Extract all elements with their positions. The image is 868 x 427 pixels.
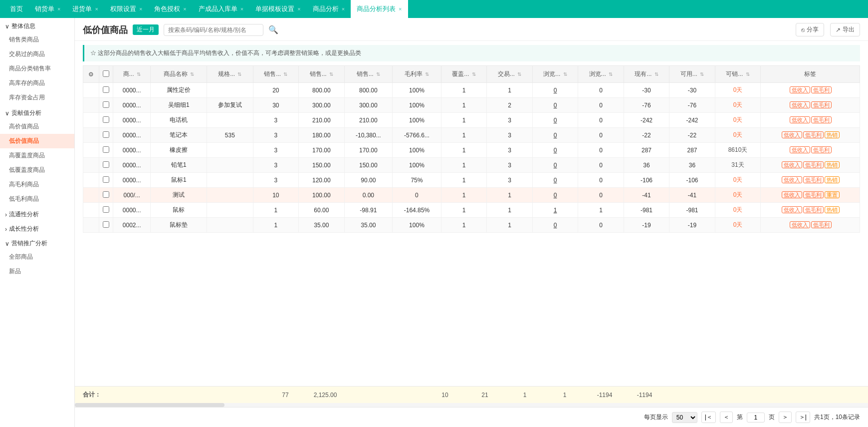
views-link[interactable]: 0 bbox=[554, 102, 557, 109]
close-icon[interactable]: × bbox=[240, 6, 243, 12]
row-check[interactable] bbox=[99, 113, 113, 128]
sidebar-item-all-products[interactable]: 全部商品 bbox=[0, 250, 74, 264]
row-views1[interactable]: 0 bbox=[532, 188, 578, 203]
nav-home[interactable]: 首页 bbox=[4, 0, 29, 18]
sidebar-group-contribution[interactable]: ∨ 贡献值分析 bbox=[0, 105, 74, 119]
col-stock[interactable]: 现有... ⇅ bbox=[624, 66, 669, 83]
row-check[interactable] bbox=[99, 83, 113, 98]
nav-sales-order[interactable]: 销货单 × bbox=[29, 0, 66, 18]
sidebar-item-high-gross[interactable]: 高毛利商品 bbox=[0, 177, 74, 192]
sidebar-item-high-coverage[interactable]: 高覆盖度商品 bbox=[0, 148, 74, 163]
close-icon[interactable]: × bbox=[342, 6, 345, 12]
row-views1[interactable]: 0 bbox=[532, 98, 578, 113]
col-settings[interactable]: ⚙ bbox=[83, 66, 99, 83]
next-page-btn[interactable]: ＞ bbox=[779, 412, 792, 423]
row-check[interactable] bbox=[99, 218, 113, 233]
close-icon[interactable]: × bbox=[183, 6, 186, 12]
search-input[interactable] bbox=[164, 24, 263, 36]
time-range-tag[interactable]: 近一月 bbox=[133, 24, 159, 35]
row-checkbox[interactable] bbox=[103, 206, 109, 213]
sidebar-item-sales-products[interactable]: 销售类商品 bbox=[0, 32, 74, 47]
views-link[interactable]: 1 bbox=[554, 207, 557, 214]
first-page-btn[interactable]: |＜ bbox=[701, 412, 716, 423]
select-all-checkbox[interactable] bbox=[103, 70, 109, 77]
share-button[interactable]: ⎋ 分享 bbox=[796, 23, 824, 36]
sidebar-group-flow[interactable]: › 流通性分析 bbox=[0, 206, 74, 221]
prev-page-btn[interactable]: ＜ bbox=[720, 412, 733, 423]
row-views1[interactable]: 0 bbox=[532, 158, 578, 173]
views-link[interactable]: 0 bbox=[554, 162, 557, 169]
col-sales-qty[interactable]: 销售... ⇅ bbox=[253, 66, 299, 83]
sidebar-group-growth[interactable]: › 成长性分析 bbox=[0, 221, 74, 235]
col-views1[interactable]: 浏览... ⇅ bbox=[532, 66, 578, 83]
page-size-select[interactable]: 50 100 200 bbox=[672, 412, 697, 423]
row-checkbox[interactable] bbox=[103, 161, 109, 168]
sidebar-item-low-coverage[interactable]: 低覆盖度商品 bbox=[0, 163, 74, 177]
export-button[interactable]: ↗ 导出 bbox=[830, 23, 860, 36]
sidebar-item-stock-capital[interactable]: 库存资金占用 bbox=[0, 90, 74, 105]
row-check[interactable] bbox=[99, 173, 113, 188]
views-link[interactable]: 0 bbox=[554, 132, 557, 139]
row-views1[interactable]: 0 bbox=[532, 143, 578, 158]
row-check[interactable] bbox=[99, 188, 113, 203]
views-link[interactable]: 0 bbox=[554, 222, 557, 229]
col-sellable[interactable]: 可销... ⇅ bbox=[715, 66, 761, 83]
sidebar-item-category-rate[interactable]: 商品分类销售率 bbox=[0, 61, 74, 76]
col-sales-avg[interactable]: 销售... ⇅ bbox=[344, 66, 393, 83]
close-icon[interactable]: × bbox=[139, 6, 142, 12]
views-link[interactable]: 0 bbox=[554, 117, 557, 124]
col-code[interactable]: 商... ⇅ bbox=[113, 66, 151, 83]
col-name[interactable]: 商品名称 ⇅ bbox=[151, 66, 207, 83]
row-views1[interactable]: 0 bbox=[532, 218, 578, 233]
col-available[interactable]: 可用... ⇅ bbox=[669, 66, 715, 83]
nav-product-analysis-list[interactable]: 商品分析列表 × bbox=[351, 0, 408, 18]
nav-product-in[interactable]: 产成品入库单 × bbox=[193, 0, 249, 18]
row-check[interactable] bbox=[99, 98, 113, 113]
horizontal-scrollbar[interactable] bbox=[75, 403, 868, 407]
row-check[interactable] bbox=[99, 158, 113, 173]
close-icon[interactable]: × bbox=[399, 6, 402, 12]
last-page-btn[interactable]: ＞| bbox=[796, 412, 810, 423]
sidebar-item-high-value[interactable]: 高价值商品 bbox=[0, 119, 74, 134]
row-checkbox[interactable] bbox=[103, 176, 109, 183]
row-checkbox[interactable] bbox=[103, 221, 109, 228]
row-checkbox[interactable] bbox=[103, 191, 109, 198]
col-spec[interactable]: 规格... ⇅ bbox=[207, 66, 253, 83]
col-transactions[interactable]: 交易... ⇅ bbox=[487, 66, 533, 83]
row-views1[interactable]: 0 bbox=[532, 83, 578, 98]
col-sales-price[interactable]: 销售... ⇅ bbox=[299, 66, 345, 83]
nav-permission[interactable]: 权限设置 × bbox=[104, 0, 148, 18]
sidebar-item-low-gross[interactable]: 低毛利商品 bbox=[0, 192, 74, 206]
row-checkbox[interactable] bbox=[103, 116, 109, 123]
col-coverage[interactable]: 覆盖... ⇅ bbox=[441, 66, 487, 83]
row-checkbox[interactable] bbox=[103, 131, 109, 138]
row-checkbox[interactable] bbox=[103, 86, 109, 93]
close-icon[interactable]: × bbox=[57, 6, 60, 12]
row-check[interactable] bbox=[99, 143, 113, 158]
sidebar-item-traded[interactable]: 交易过的商品 bbox=[0, 47, 74, 61]
row-check[interactable] bbox=[99, 203, 113, 218]
sidebar-item-new-products[interactable]: 新品 bbox=[0, 264, 74, 279]
row-checkbox[interactable] bbox=[103, 146, 109, 153]
nav-template[interactable]: 单据模板设置 × bbox=[249, 0, 306, 18]
views-link[interactable]: 0 bbox=[554, 147, 557, 154]
nav-role-auth[interactable]: 角色授权 × bbox=[148, 0, 192, 18]
nav-purchase-order[interactable]: 进货单 × bbox=[66, 0, 104, 18]
sidebar-group-overall[interactable]: ∨ 整体信息 bbox=[0, 18, 74, 32]
row-check[interactable] bbox=[99, 128, 113, 143]
views-link[interactable]: 0 bbox=[554, 192, 557, 199]
col-gross-rate[interactable]: 毛利率 ⇅ bbox=[393, 66, 441, 83]
row-views1[interactable]: 1 bbox=[532, 203, 578, 218]
sidebar-group-marketing[interactable]: ∨ 营销推广分析 bbox=[0, 235, 74, 250]
col-views2[interactable]: 浏览... ⇅ bbox=[578, 66, 624, 83]
page-input[interactable] bbox=[747, 413, 765, 423]
views-link[interactable]: 0 bbox=[554, 177, 557, 184]
sidebar-item-high-stock[interactable]: 高库存的商品 bbox=[0, 76, 74, 90]
row-views1[interactable]: 0 bbox=[532, 173, 578, 188]
close-icon[interactable]: × bbox=[297, 6, 300, 12]
close-icon[interactable]: × bbox=[95, 6, 98, 12]
row-views1[interactable]: 0 bbox=[532, 113, 578, 128]
nav-product-analysis[interactable]: 商品分析 × bbox=[307, 0, 351, 18]
search-button[interactable]: 🔍 bbox=[268, 25, 278, 34]
views-link[interactable]: 0 bbox=[554, 87, 557, 94]
